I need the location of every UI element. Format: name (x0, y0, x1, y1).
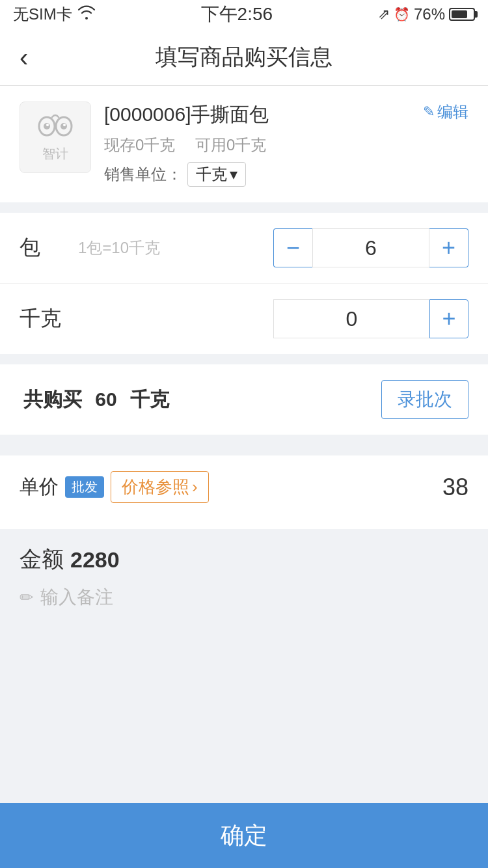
back-button[interactable]: ‹ (20, 44, 28, 70)
pencil-icon: ✏ (20, 588, 34, 608)
bag-label: 包 (20, 234, 72, 262)
total-row: 共购买 60 千克 录批次 (0, 364, 488, 435)
total-text: 共购买 60 千克 (20, 387, 173, 413)
product-unit: 销售单位： 千克 ▾ (104, 162, 468, 187)
wifi-icon (77, 5, 96, 23)
bag-input[interactable] (312, 228, 429, 267)
battery-icon (449, 8, 475, 21)
kg-input[interactable] (273, 299, 429, 338)
pifa-badge: 批发 (65, 476, 104, 498)
kg-increment-button[interactable]: + (429, 299, 468, 338)
product-info: [0000006]手撕面包 ✎ 编辑 现存0千克 可用0千克 销售单位： 千克 … (104, 102, 468, 187)
svg-point-5 (63, 124, 66, 126)
bag-controls: − + (273, 228, 468, 267)
product-card: 智计 [0000006]手撕面包 ✎ 编辑 现存0千克 可用0千克 销售单位： (0, 86, 488, 202)
amount-section: 金额 2280 ✏ 输入备注 (0, 529, 488, 625)
product-logo: 智计 (38, 112, 73, 163)
amount-value: 2280 (70, 547, 120, 573)
price-section: 单价 批发 价格参照 › 38 (0, 455, 488, 529)
logo-text: 智计 (42, 145, 68, 163)
unit-dropdown[interactable]: 千克 ▾ (187, 162, 246, 187)
kg-label: 千克 (20, 305, 72, 333)
batch-button[interactable]: 录批次 (381, 380, 468, 419)
battery-percent: 76% (414, 5, 445, 23)
kg-controls: + (273, 299, 468, 338)
separator-1 (0, 445, 488, 455)
carrier-label: 无SIM卡 (13, 4, 72, 25)
gray-fill-area (0, 625, 488, 821)
price-ref-button[interactable]: 价格参照 › (111, 471, 209, 503)
svg-point-4 (46, 124, 49, 126)
status-left: 无SIM卡 (13, 4, 96, 25)
price-row: 单价 批发 价格参照 › 38 (20, 471, 468, 503)
kg-row: 千克 + (0, 284, 488, 354)
amount-row: 金额 2280 (20, 545, 468, 575)
product-stock: 现存0千克 可用0千克 (104, 135, 468, 156)
location-icon: ⇗ (378, 6, 390, 23)
alarm-icon: ⏰ (394, 7, 410, 22)
status-bar: 无SIM卡 下午2:56 ⇗ ⏰ 76% (0, 0, 488, 29)
bag-increment-button[interactable]: + (429, 228, 468, 267)
product-name: [0000006]手撕面包 (104, 102, 269, 128)
edit-button[interactable]: ✎ 编辑 (423, 102, 468, 122)
bag-row: 包 1包=10千克 − + (0, 213, 488, 284)
status-time: 下午2:56 (201, 2, 273, 27)
input-section: 包 1包=10千克 − + 千克 + (0, 213, 488, 354)
confirm-button[interactable]: 确定 (0, 803, 488, 868)
price-label: 单价 批发 价格参照 › (20, 471, 209, 503)
bag-hint: 1包=10千克 (78, 237, 273, 258)
product-thumbnail: 智计 (20, 102, 91, 173)
edit-icon: ✎ (423, 103, 435, 120)
amount-label: 金额 (20, 545, 64, 575)
remark-row[interactable]: ✏ 输入备注 (20, 585, 468, 610)
remark-placeholder: 输入备注 (40, 585, 113, 610)
price-value: 38 (442, 474, 468, 501)
status-right: ⇗ ⏰ 76% (378, 5, 475, 23)
bag-decrement-button[interactable]: − (273, 228, 312, 267)
nav-bar: ‹ 填写商品购买信息 (0, 29, 488, 86)
page-title: 填写商品购买信息 (156, 42, 332, 72)
